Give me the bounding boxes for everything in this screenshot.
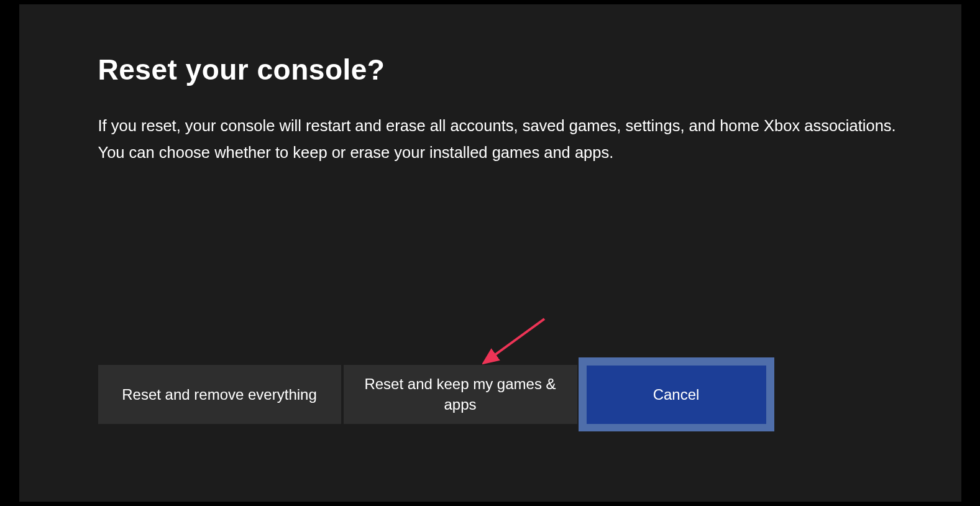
button-label: Reset and remove everything	[122, 386, 317, 403]
button-label: Cancel	[653, 386, 700, 403]
reset-keep-games-apps-button[interactable]: Reset and keep my games & apps	[344, 365, 577, 424]
reset-console-dialog: Reset your console? If you reset, your c…	[19, 4, 961, 502]
cancel-button[interactable]: Cancel	[587, 366, 766, 424]
cancel-button-focus-ring: Cancel	[579, 357, 774, 431]
dialog-title: Reset your console?	[98, 53, 924, 86]
dialog-description: If you reset, your console will restart …	[98, 113, 924, 167]
button-row: Reset and remove everything Reset and ke…	[98, 357, 774, 431]
svg-line-1	[490, 319, 544, 359]
reset-remove-everything-button[interactable]: Reset and remove everything	[98, 365, 341, 424]
button-label: Reset and keep my games & apps	[356, 374, 565, 415]
